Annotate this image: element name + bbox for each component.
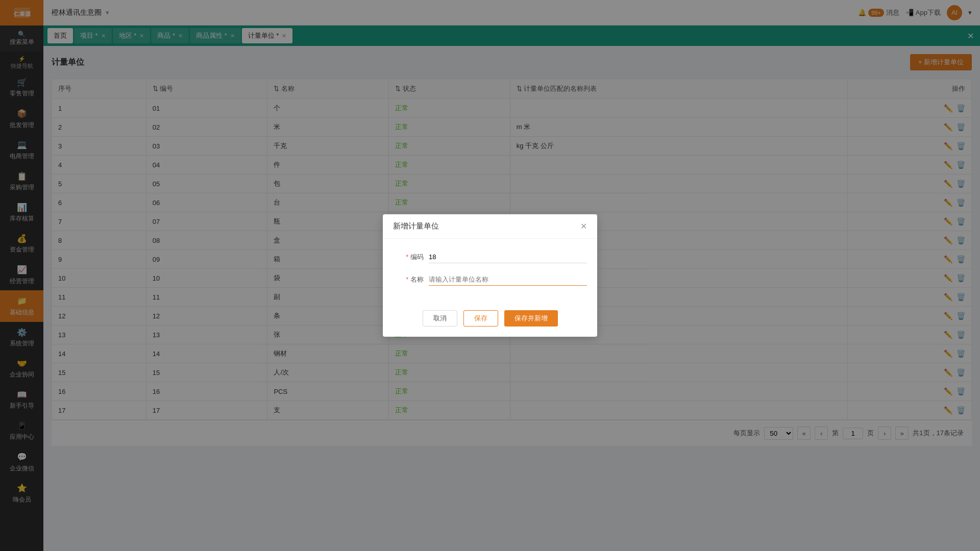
modal-close-button[interactable]: ✕ xyxy=(580,221,587,231)
cancel-button[interactable]: 取消 xyxy=(423,310,457,327)
save-new-button[interactable]: 保存并新增 xyxy=(504,310,558,327)
add-unit-modal: 新增计量单位 ✕ 编码 名称 取消 保存 保存并新增 xyxy=(383,214,597,337)
modal-title: 新增计量单位 xyxy=(393,221,439,231)
code-label: 编码 xyxy=(393,253,424,262)
modal-overlay[interactable]: 新增计量单位 ✕ 编码 名称 取消 保存 保存并新增 xyxy=(0,0,980,551)
name-label: 名称 xyxy=(393,275,424,284)
modal-footer: 取消 保存 保存并新增 xyxy=(383,304,597,337)
modal-body: 编码 名称 xyxy=(383,239,597,304)
name-input[interactable] xyxy=(429,273,587,286)
form-row-name: 名称 xyxy=(393,273,587,286)
code-input[interactable] xyxy=(429,251,587,263)
modal-header: 新增计量单位 ✕ xyxy=(383,214,597,239)
form-row-code: 编码 xyxy=(393,251,587,263)
save-button[interactable]: 保存 xyxy=(463,310,498,327)
